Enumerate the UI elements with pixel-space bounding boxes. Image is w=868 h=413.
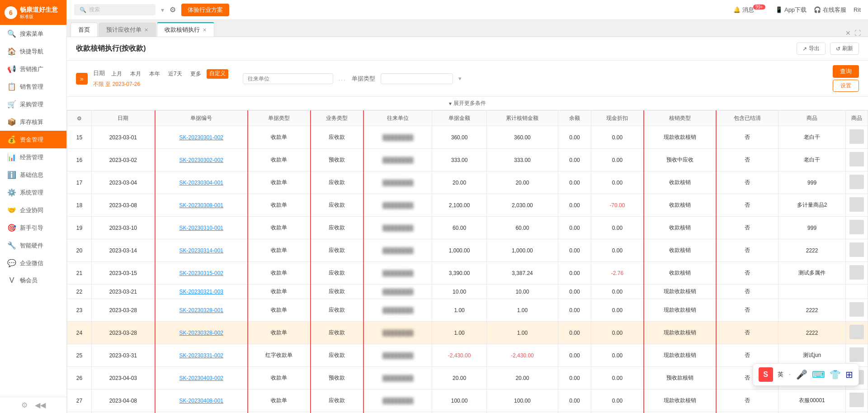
cell-business-type: 应收款	[311, 389, 363, 412]
cell-product2	[846, 217, 868, 239]
sidebar-item-guide[interactable]: 🎯新手引导	[0, 219, 66, 237]
collapse-icon[interactable]: ◀◀	[35, 401, 46, 409]
cell-voucher-type: 收款单	[248, 126, 311, 149]
basic-icon: ℹ️	[7, 171, 16, 179]
popup-grid-icon[interactable]: ⊞	[845, 369, 853, 380]
sidebar-item-basic[interactable]: ℹ️基础信息	[0, 166, 66, 184]
sidebar-item-finance[interactable]: 💰资金管理	[0, 131, 66, 148]
sidebar-item-enterprise[interactable]: 🤝企业协同	[0, 201, 66, 219]
cell-cancel-type: 现款收款核销	[644, 344, 716, 367]
counterpart-input[interactable]	[243, 73, 333, 84]
cell-amount: 1,000.00	[432, 239, 486, 262]
cell-voucher-no[interactable]: SK-20230331-002	[155, 344, 248, 367]
col-product1: 商品	[778, 111, 846, 126]
topbar-settings-icon[interactable]: ⚙	[170, 5, 176, 14]
cell-voucher-no[interactable]: SK-20230328-002	[155, 322, 248, 344]
cell-amount: 360.00	[432, 126, 486, 149]
voucher-type-select[interactable]	[381, 73, 453, 84]
date-more-btn[interactable]: 更多	[188, 69, 204, 79]
sidebar-item-search[interactable]: 🔍搜索菜单	[0, 25, 66, 43]
tab-close-receivables[interactable]: ✕	[144, 27, 148, 33]
cell-cancel-type: 现款收款核销	[644, 285, 716, 299]
cell-business-type: 应收款	[311, 322, 363, 344]
cell-voucher-no[interactable]: SK-20230301-002	[155, 126, 248, 149]
cell-amount: 2,100.00	[432, 194, 486, 217]
cell-voucher-no[interactable]: SK-20230304-001	[155, 171, 248, 194]
cell-voucher-no[interactable]: SK-20230314-001	[155, 239, 248, 262]
close-tab-icon[interactable]: ✕	[845, 29, 851, 37]
cell-voucher-no[interactable]: SK-20230403-002	[155, 367, 248, 389]
popup-keyboard-icon[interactable]: ⌨	[812, 369, 825, 380]
expand-conditions-btn[interactable]: ▾ 展开更多条件	[449, 100, 486, 107]
date-custom-btn[interactable]: 自定义	[207, 69, 228, 79]
industry-btn[interactable]: 体验行业方案	[181, 4, 229, 16]
cell-cash-discount: -2.76	[591, 262, 643, 285]
cell-voucher-type: 红字收款单	[248, 344, 311, 367]
col-settings[interactable]: ⚙	[67, 111, 92, 126]
query-btn[interactable]: 查询	[833, 65, 859, 78]
cell-voucher-no[interactable]: SK-20230302-002	[155, 149, 248, 171]
expand-tab-icon[interactable]: ⛶	[854, 29, 861, 37]
topbar-search[interactable]: 🔍 搜索	[74, 4, 156, 15]
sidebar-item-hardware[interactable]: 🔧智能硬件	[0, 237, 66, 254]
cell-voucher-no[interactable]: SK-20230308-001	[155, 194, 248, 217]
cell-cumulative: 2,030.00	[486, 194, 558, 217]
sidebar-item-quicknav[interactable]: 🏠快捷导航	[0, 43, 66, 60]
notification-item[interactable]: 🔔 消息 99+	[733, 6, 768, 14]
cell-cash-discount: 0.00	[591, 171, 643, 194]
table-area[interactable]: ⚙ 日期 单据编号 单据类型 业务类型 往来单位 单据金额 累计核销金额 余额 …	[67, 110, 868, 413]
table-row: 25 2023-03-31 SK-20230331-002 红字收款单 应收款 …	[67, 344, 868, 367]
cell-voucher-no[interactable]: SK-20230328-001	[155, 299, 248, 322]
tab-close-collection[interactable]: ✕	[203, 27, 207, 33]
user-avatar[interactable]: Rit	[854, 6, 861, 13]
date-last-month-btn[interactable]: 上月	[108, 69, 125, 79]
col-voucher-type: 单据类型	[248, 111, 311, 126]
cell-include-settled: 否	[716, 389, 778, 412]
export-btn[interactable]: ↗ 导出	[797, 43, 826, 55]
cell-voucher-no[interactable]: SK-20230321-003	[155, 285, 248, 299]
dropdown-arrow-icon[interactable]: ▾	[161, 6, 164, 14]
cell-voucher-no[interactable]: SK-20230408-001	[155, 389, 248, 412]
sidebar-item-system[interactable]: ⚙️系统管理	[0, 184, 66, 201]
cell-cash-discount: 0.00	[591, 344, 643, 367]
sidebar-label-system: 系统管理	[20, 189, 43, 197]
filter-toggle[interactable]: »	[76, 73, 88, 85]
app-download-item[interactable]: 📱 App下载	[775, 6, 807, 14]
sidebar-item-operation[interactable]: 📊经营管理	[0, 148, 66, 166]
filter-settings-btn[interactable]: 设置	[833, 80, 859, 92]
export-icon: ↗	[802, 46, 807, 52]
tab-collection[interactable]: 收款核销执行✕	[157, 22, 214, 37]
cell-cumulative: 100.00	[486, 389, 558, 412]
table-row: 24 2023-03-28 SK-20230328-002 收款单 应收款 ██…	[67, 322, 868, 344]
refresh-btn[interactable]: ↺ 刷新	[830, 43, 859, 55]
popup-text-icon[interactable]: 英	[778, 370, 783, 379]
sidebar-item-marketing[interactable]: 📢营销推广	[0, 60, 66, 78]
sidebar-item-inventory[interactable]: 📦库存核算	[0, 113, 66, 131]
cell-cumulative: 360.00	[486, 126, 558, 149]
date-quick-btns: 上月 本月 本年 近7天 更多 自定义	[108, 69, 228, 79]
cell-voucher-no[interactable]: SK-20230310-001	[155, 217, 248, 239]
sidebar-item-member[interactable]: V畅会员	[0, 272, 66, 289]
cell-date: 2023-04-03	[91, 367, 155, 389]
sidebar-item-purchase[interactable]: 🛒采购管理	[0, 95, 66, 113]
main-table: ⚙ 日期 单据编号 单据类型 业务类型 往来单位 单据金额 累计核销金额 余额 …	[67, 110, 868, 413]
tab-home[interactable]: 首页	[71, 23, 98, 37]
settings-bottom-icon[interactable]: ⚙	[21, 401, 28, 409]
tab-receivables[interactable]: 预计应收付单✕	[99, 23, 156, 37]
sidebar-label-hardware: 智能硬件	[20, 242, 43, 250]
date-this-year-btn[interactable]: 本年	[146, 69, 163, 79]
guide-icon: 🎯	[7, 223, 16, 232]
cell-no: 27	[67, 389, 92, 412]
sidebar-item-wechat[interactable]: 💬企业微信	[0, 254, 66, 272]
cell-voucher-no[interactable]: SK-20230315-002	[155, 262, 248, 285]
col-balance: 余额	[558, 111, 591, 126]
online-service-item[interactable]: 🎧 在线客服	[814, 6, 846, 14]
popup-mic-icon[interactable]: 🎤	[796, 369, 807, 380]
cell-cumulative: 20.00	[486, 171, 558, 194]
table-row: 21 2023-03-15 SK-20230315-002 收款单 应收款 ██…	[67, 262, 868, 285]
sidebar-item-sales[interactable]: 📋销售管理	[0, 78, 66, 95]
date-this-month-btn[interactable]: 本月	[127, 69, 144, 79]
table-row: 20 2023-03-14 SK-20230314-001 收款单 应收款 ██…	[67, 239, 868, 262]
popup-shirt-icon[interactable]: 👕	[830, 369, 841, 380]
date-7days-btn[interactable]: 近7天	[165, 69, 185, 79]
